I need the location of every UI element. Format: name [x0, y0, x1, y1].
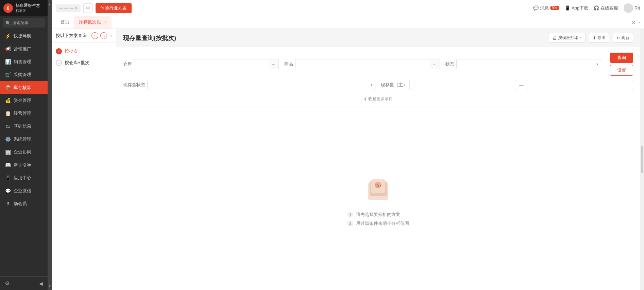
sidebar-item-member[interactable]: 🎖 畅会员	[0, 197, 48, 210]
filter-panel-collapse-icon[interactable]: «	[109, 33, 112, 38]
sidebar-item-system[interactable]: ⚙️ 系统管理	[0, 133, 48, 146]
sidebar-settings-icon[interactable]: ⚙	[5, 280, 10, 287]
sidebar-item-enterprise[interactable]: 🏢 企业协同	[0, 146, 48, 159]
warehouse-input[interactable]	[134, 59, 269, 69]
message-action[interactable]: 💬 消息 99+	[533, 5, 559, 11]
filter-row-1: 仓库 ··· 商品 ···	[123, 53, 633, 76]
product-input[interactable]	[295, 59, 430, 69]
sidebar-item-label-finance: 资金管理	[14, 97, 31, 104]
sidebar-item-newbie[interactable]: 📖 新手引导	[0, 159, 48, 171]
tabs-bar: 首页 库存批次账 × ✕ ›	[52, 16, 644, 29]
user-avatar-action[interactable]: Rit	[624, 3, 640, 13]
right-scrollbar[interactable]	[640, 29, 644, 290]
empty-state: 1 请先选择要分析的方案 2 用过滤条件来缩小分析范围	[347, 171, 409, 226]
app-logo: 6	[3, 3, 13, 13]
page-title: 现存量查询(按批次)	[123, 34, 176, 42]
filter-scheme-list: ✓ 按批次 ○ 按仓库+批次	[52, 43, 116, 71]
sidebar-item-finance[interactable]: 💰 资金管理	[0, 94, 48, 107]
print-button[interactable]: 🖨 按模板打印 ▾	[549, 33, 586, 43]
empty-tips: 1 请先选择要分析的方案 2 用过滤条件来缩小分析范围	[347, 212, 409, 226]
panel-arrow-icon[interactable]: ›	[639, 20, 640, 25]
filter-field-warehouse: 仓库 ···	[123, 59, 279, 69]
sales-icon: 📊	[5, 59, 11, 65]
customer-service-label: 在线客服	[600, 5, 618, 11]
appstore-icon: 📱	[5, 175, 11, 181]
topbar-gear-button[interactable]: ⚙	[83, 3, 93, 13]
tab-home[interactable]: 首页	[56, 16, 74, 29]
filter-field-stock-status: 现存量状态 有库存 无库存 全部 ▾	[123, 80, 375, 90]
wechat-icon: 💬	[5, 188, 11, 194]
sidebar-item-label-appstore: 应用中心	[14, 175, 31, 181]
query-button[interactable]: 查询	[610, 53, 633, 63]
trial-btn[interactable]: 体验行业方案	[96, 3, 132, 13]
sidebar-item-label-member: 畅会员	[14, 201, 27, 207]
sidebar-item-basic[interactable]: 🗂 基础信息	[0, 120, 48, 133]
refresh-button[interactable]: ↻ 刷新	[613, 33, 633, 43]
sidebar-item-inventory[interactable]: 📦 库存核算	[0, 81, 48, 94]
page-header: 现存量查询(按批次) 🖨 按模板打印 ▾ ⬆ 导出 ↻ 刷新	[116, 29, 640, 47]
breadcrumb-text: — — —	[59, 6, 74, 11]
status-select[interactable]: 正常 停用	[456, 59, 601, 69]
export-button[interactable]: ⬆ 导出	[589, 33, 609, 43]
search-menu[interactable]: 🔍 搜索菜单	[3, 18, 45, 28]
product-dots-button[interactable]: ···	[430, 59, 440, 69]
refresh-icon: ↻	[616, 36, 620, 40]
collapse-up-icon: ⬆	[363, 97, 367, 102]
close-panel-button[interactable]: ✕	[631, 19, 636, 26]
sidebar-collapse-icon[interactable]: ◀	[39, 281, 43, 286]
stock-qty-max-input[interactable]	[526, 80, 633, 90]
search-icon: 🔍	[5, 21, 11, 25]
content-area: 按以下方案查询 + ⊙ « ✓ 按批次	[52, 29, 644, 290]
message-icon: 💬	[533, 5, 539, 11]
check-icon: ✓	[57, 50, 60, 53]
tab-inventory-batch[interactable]: 库存批次账 ×	[74, 16, 112, 29]
stock-status-select[interactable]: 有库存 无库存 全部	[147, 80, 375, 90]
customer-service-action[interactable]: 🎧 在线客服	[594, 5, 618, 11]
sidebar-item-marketing[interactable]: 📢 营销推广	[0, 42, 48, 55]
scroll-up-arrow[interactable]: ▲	[48, 1, 51, 7]
sidebar-item-label-enterprise: 企业协同	[14, 149, 31, 155]
breadcrumb: — — — ▾	[56, 4, 81, 12]
sidebar-item-wechat[interactable]: 💬 企业微信	[0, 184, 48, 197]
breadcrumb-chevron-icon[interactable]: ▾	[75, 6, 77, 11]
sidebar-item-appstore[interactable]: 📱 应用中心	[0, 171, 48, 184]
scheme-inactive-dot: ○	[56, 60, 62, 66]
sidebar-item-shortcut[interactable]: ⚡ 快捷导航	[0, 30, 48, 42]
sidebar-scrollbar: ▲ ▼	[48, 0, 52, 290]
scroll-down-arrow[interactable]: ▼	[48, 283, 51, 289]
filter-collapse-row[interactable]: ⬆ 收起更多条件	[123, 94, 633, 104]
target-icon: ⊙	[102, 34, 105, 38]
filter-field-stock-qty: 现存量（主） —	[381, 80, 633, 90]
app-download-action[interactable]: 📱 App下载	[565, 5, 588, 11]
tip-2-num: 2	[347, 220, 353, 226]
filter-row-2: 现存量状态 有库存 无库存 全部 ▾ 现	[123, 80, 633, 90]
sidebar: 6 畅康通好生意 标准版 🔍 搜索菜单 ⚡ 快捷导航 📢 营销推广 📊 销售管理…	[0, 0, 48, 290]
stock-qty-range-dash: —	[519, 83, 524, 88]
filter-add-button[interactable]: +	[91, 32, 98, 39]
warehouse-dots-button[interactable]: ···	[269, 59, 279, 69]
app-download-label: App下载	[572, 5, 588, 11]
topbar: — — — ▾ ⚙ 体验行业方案 💬 消息 99+ 📱 App下载 🎧 在线客服	[52, 0, 644, 16]
print-dropdown-icon[interactable]: ▾	[580, 36, 582, 40]
finance-icon: 💰	[5, 97, 11, 104]
sidebar-item-purchase[interactable]: 🛒 采购管理	[0, 68, 48, 81]
filter-panel-header: 按以下方案查询 + ⊙ «	[52, 29, 116, 43]
filter-setting-button[interactable]: ⊙	[100, 32, 107, 39]
scheme-active-dot: ✓	[56, 48, 62, 54]
filter-form: 仓库 ··· 商品 ···	[116, 47, 640, 107]
sidebar-item-operations[interactable]: 📋 经营管理	[0, 107, 48, 120]
scheme-item-warehouse-batch[interactable]: ○ 按仓库+批次	[52, 57, 116, 69]
sidebar-item-sales[interactable]: 📊 销售管理	[0, 55, 48, 68]
edition-label: 标准版	[16, 8, 40, 13]
avatar	[624, 3, 633, 13]
sidebar-item-label-shortcut: 快捷导航	[14, 33, 31, 39]
company-name: 畅康通好生意	[16, 3, 40, 8]
set-button[interactable]: 设置	[610, 65, 633, 76]
message-badge: 99+	[550, 6, 559, 10]
scheme-label-warehouse-batch: 按仓库+批次	[65, 60, 89, 66]
tab-close-icon[interactable]: ×	[104, 20, 107, 24]
scheme-item-batch[interactable]: ✓ 按批次	[52, 46, 116, 57]
enterprise-icon: 🏢	[5, 149, 11, 155]
filter-panel-actions: + ⊙ «	[91, 32, 112, 39]
stock-qty-min-input[interactable]	[409, 80, 517, 90]
